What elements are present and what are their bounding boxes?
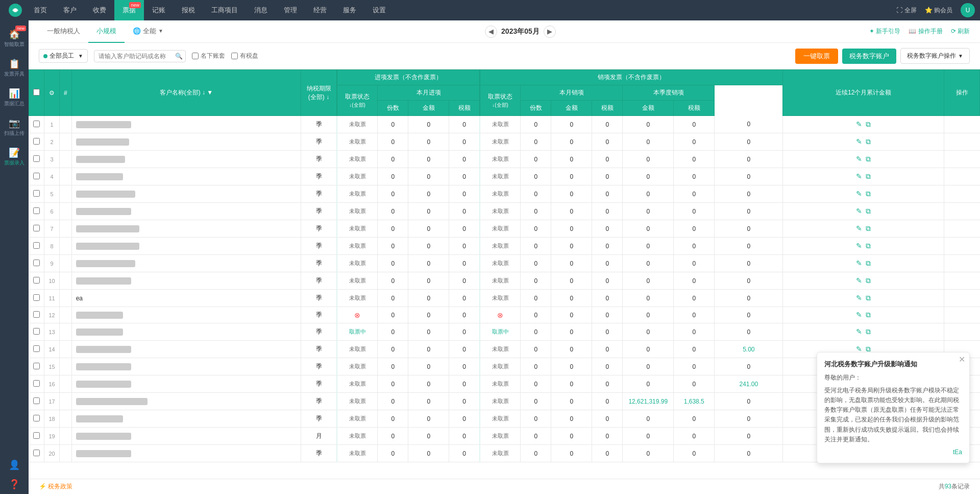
- nav-tax[interactable]: 报税: [174, 0, 203, 20]
- row-checkbox-cell[interactable]: [29, 445, 44, 462]
- edit-icon[interactable]: ✎: [856, 190, 862, 198]
- copy-icon[interactable]: ⧉: [866, 224, 871, 232]
- customer-name-cell[interactable]: [71, 168, 301, 185]
- edit-icon[interactable]: ✎: [856, 207, 862, 215]
- employee-filter[interactable]: 全部员工 ▼: [39, 49, 88, 63]
- nav-settings[interactable]: 设置: [364, 0, 394, 20]
- tax-disk-checkbox[interactable]: [231, 53, 238, 59]
- customer-name-cell[interactable]: [71, 393, 301, 410]
- row-checkbox[interactable]: [33, 242, 40, 249]
- tax-digital-account-btn[interactable]: 税务数字账户: [842, 49, 896, 64]
- row-checkbox[interactable]: [33, 225, 40, 231]
- tax-digital-account-ops-btn[interactable]: 税务数字账户操作 ▼: [900, 48, 970, 64]
- customer-name-cell[interactable]: [71, 272, 301, 290]
- edit-icon[interactable]: ✎: [856, 259, 862, 267]
- row-checkbox[interactable]: [33, 328, 40, 335]
- in-status-header[interactable]: 取票状态↓(全部): [337, 85, 378, 116]
- edit-icon[interactable]: ✎: [856, 120, 862, 128]
- nav-operation[interactable]: 经营: [305, 0, 335, 20]
- customer-name-cell[interactable]: [71, 341, 301, 358]
- row-checkbox[interactable]: [33, 173, 40, 179]
- period-prev-btn[interactable]: ◀: [485, 26, 497, 38]
- copy-icon[interactable]: ⧉: [866, 259, 871, 267]
- copy-icon[interactable]: ⧉: [866, 190, 871, 198]
- copy-icon[interactable]: ⧉: [866, 276, 871, 285]
- row-checkbox[interactable]: [33, 380, 40, 387]
- copy-icon[interactable]: ⧉: [866, 294, 871, 302]
- row-checkbox-cell[interactable]: [29, 272, 44, 290]
- edit-icon[interactable]: ✎: [856, 276, 862, 285]
- nav-billing[interactable]: 收费: [85, 0, 114, 20]
- row-checkbox-cell[interactable]: [29, 358, 44, 375]
- customer-name-cell[interactable]: ea: [71, 290, 301, 307]
- sidebar-item-invoice-entry[interactable]: 📝 票据录入: [2, 143, 27, 171]
- checkbox-tax-disk[interactable]: 有税盘: [231, 52, 258, 60]
- row-checkbox[interactable]: [33, 294, 40, 301]
- row-checkbox[interactable]: [33, 345, 40, 352]
- sidebar-item-invoice-open[interactable]: 📋 发票开具: [2, 54, 27, 82]
- row-checkbox-cell[interactable]: [29, 393, 44, 410]
- period-next-btn[interactable]: ▶: [544, 26, 556, 38]
- customer-name-cell[interactable]: [71, 116, 301, 133]
- row-checkbox-cell[interactable]: [29, 220, 44, 238]
- edit-icon[interactable]: ✎: [856, 294, 862, 302]
- nav-bookkeeping[interactable]: 记账: [144, 0, 174, 20]
- row-checkbox[interactable]: [33, 277, 40, 284]
- row-checkbox[interactable]: [33, 121, 40, 127]
- customer-name-cell[interactable]: [71, 445, 301, 462]
- notification-close-btn[interactable]: ✕: [959, 355, 965, 364]
- customer-name-cell[interactable]: [71, 307, 301, 323]
- copy-icon[interactable]: ⧉: [866, 242, 871, 250]
- edit-icon[interactable]: ✎: [856, 327, 862, 336]
- tab-all[interactable]: 🌐全能 ▼: [125, 20, 172, 43]
- manual-link[interactable]: 📖 操作手册: [909, 27, 942, 36]
- customer-name-cell[interactable]: [71, 151, 301, 168]
- sidebar-item-help[interactable]: ❓: [2, 475, 27, 494]
- sidebar-item-invoice-summary[interactable]: 📊 票据汇总: [2, 84, 27, 111]
- tax-period-header[interactable]: 纳税期限(全部) ↓: [301, 70, 337, 116]
- row-checkbox-cell[interactable]: [29, 238, 44, 255]
- one-click-invoice-btn[interactable]: 一键取票: [795, 49, 838, 64]
- row-checkbox-cell[interactable]: [29, 428, 44, 445]
- row-checkbox-cell[interactable]: [29, 151, 44, 168]
- search-input[interactable]: [94, 50, 186, 62]
- nav-invoice[interactable]: 票据 new: [114, 0, 144, 20]
- edit-icon[interactable]: ✎: [856, 311, 862, 319]
- copy-icon[interactable]: ⧉: [866, 311, 871, 319]
- refresh-link[interactable]: ⟳ 刷新: [951, 27, 970, 36]
- checkbox-sub-account[interactable]: 名下账套: [192, 52, 225, 60]
- row-checkbox-cell[interactable]: [29, 133, 44, 151]
- fullscreen-btn[interactable]: ⛶ 全屏: [896, 6, 916, 15]
- customer-name-cell[interactable]: [71, 323, 301, 341]
- row-checkbox[interactable]: [33, 363, 40, 369]
- row-checkbox[interactable]: [33, 260, 40, 266]
- row-checkbox-cell[interactable]: [29, 410, 44, 428]
- row-checkbox[interactable]: [33, 155, 40, 162]
- tab-general-taxpayer[interactable]: 一般纳税人: [39, 20, 88, 43]
- sidebar-item-scan-upload[interactable]: 📷 扫描上传: [2, 113, 27, 141]
- row-checkbox-cell[interactable]: [29, 375, 44, 393]
- row-checkbox-cell[interactable]: [29, 255, 44, 272]
- row-checkbox-cell[interactable]: [29, 323, 44, 341]
- user-avatar[interactable]: U: [961, 3, 975, 17]
- customer-name-cell[interactable]: [71, 255, 301, 272]
- copy-icon[interactable]: ⧉: [866, 155, 871, 163]
- edit-icon[interactable]: ✎: [856, 242, 862, 250]
- row-checkbox[interactable]: [33, 190, 40, 197]
- nav-message[interactable]: 消息: [246, 0, 276, 20]
- customer-name-cell[interactable]: [71, 358, 301, 375]
- nav-service[interactable]: 服务: [335, 0, 364, 20]
- customer-name-cell[interactable]: [71, 238, 301, 255]
- row-checkbox[interactable]: [33, 138, 40, 145]
- vip-btn[interactable]: ⭐ 购会员: [925, 6, 952, 15]
- nav-customer[interactable]: 客户: [55, 0, 85, 20]
- row-checkbox[interactable]: [33, 432, 40, 439]
- row-checkbox[interactable]: [33, 207, 40, 214]
- tab-small-scale[interactable]: 小规模: [88, 20, 125, 43]
- row-checkbox-cell[interactable]: [29, 307, 44, 323]
- app-logo[interactable]: [5, 0, 26, 20]
- sub-account-checkbox[interactable]: [192, 53, 199, 59]
- customer-name-cell[interactable]: [71, 220, 301, 238]
- nav-business[interactable]: 工商项目: [203, 0, 246, 20]
- customer-name-cell[interactable]: [71, 375, 301, 393]
